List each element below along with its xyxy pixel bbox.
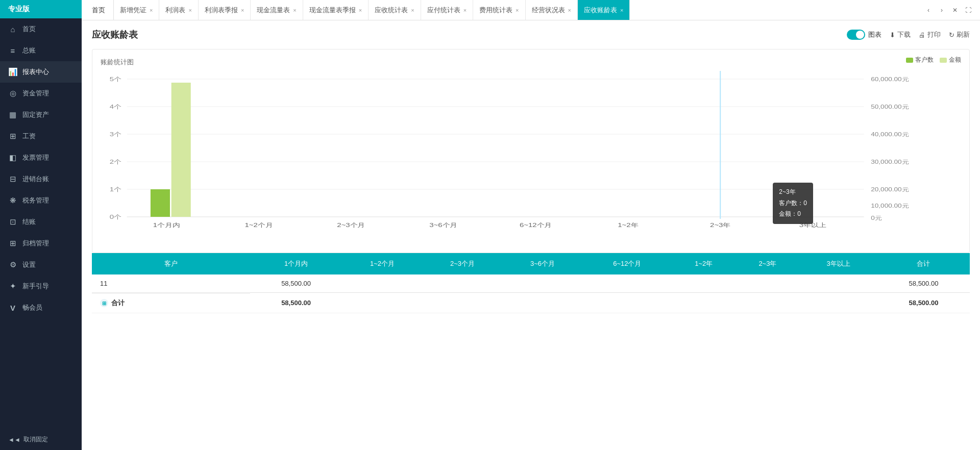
vip-icon: V — [8, 304, 17, 312]
download-btn[interactable]: ⬇ 下载 — [890, 30, 911, 39]
table-body: 11 58,500.00 58,500.00 ⊞ — [92, 274, 970, 313]
tab-ar-stats-close[interactable]: × — [411, 7, 414, 13]
tab-business-status-close[interactable]: × — [568, 7, 571, 13]
sidebar-item-tax[interactable]: ❋ 税务管理 — [0, 190, 82, 211]
tab-ar-aging[interactable]: 应收账龄表 × — [578, 0, 630, 20]
toggle-track[interactable] — [847, 30, 865, 40]
inventory-icon: ⊟ — [8, 174, 17, 184]
sidebar-item-invoice[interactable]: ◧ 发票管理 — [0, 147, 82, 168]
tab-cashflow-label: 现金流量表 — [257, 6, 290, 15]
tab-profit-close[interactable]: × — [188, 7, 191, 13]
tab-next-btn[interactable]: › — [936, 5, 947, 16]
sidebar: 专业版 ⌂ 首页 ≡ 总账 📊 报表中心 ◎ 资金管理 ▦ 固定资产 ⊞ 工资 … — [0, 0, 82, 450]
print-btn[interactable]: 🖨 打印 — [919, 30, 941, 39]
tab-expense-stats-close[interactable]: × — [516, 7, 519, 13]
tab-cashflow[interactable]: 现金流量表 × — [251, 0, 303, 20]
tab-ap-stats-close[interactable]: × — [463, 7, 467, 13]
y-right-10k: 10,000.00元 — [871, 203, 909, 209]
col-m1: 1个月内 — [250, 253, 342, 274]
tab-expense-stats[interactable]: 费用统计表 × — [473, 0, 525, 20]
y-right-50k: 50,000.00元 — [871, 104, 909, 110]
tab-voucher-close[interactable]: × — [150, 7, 153, 13]
pin-icon: ◄◄ — [8, 436, 20, 443]
legend-amount: 金额 — [940, 56, 961, 64]
invoice-icon: ◧ — [8, 153, 17, 162]
tab-ar-aging-close[interactable]: × — [620, 7, 623, 13]
chart-toggle[interactable]: 图表 — [847, 30, 881, 40]
col-m5: 6~12个月 — [583, 253, 672, 274]
sidebar-label-guide: 新手引导 — [22, 282, 49, 291]
tab-cashflow-close[interactable]: × — [293, 7, 296, 13]
table-header: 客户 1个月内 1~2个月 2~3个月 3~6个月 6~12个月 1~2年 2~… — [92, 253, 970, 274]
bar-m1-amount — [172, 83, 191, 217]
page-content: 应收账龄表 图表 ⬇ 下载 🖨 打印 — [82, 20, 980, 450]
total-m3 — [423, 293, 503, 313]
tab-profit[interactable]: 利润表 × — [159, 0, 198, 20]
total-m1: 58,500.00 — [250, 293, 342, 313]
bar-m1-customers — [151, 189, 170, 217]
home-icon: ⌂ — [8, 25, 17, 34]
chart-svg: 5个 4个 3个 2个 1个 0个 60,0 — [101, 71, 961, 234]
sidebar-item-inventory[interactable]: ⊟ 进销台账 — [0, 168, 82, 190]
sidebar-item-home[interactable]: ⌂ 首页 — [0, 18, 82, 40]
refresh-btn[interactable]: ↻ 刷新 — [949, 30, 970, 39]
tab-home-label: 首页 — [92, 6, 105, 15]
legend-color-amount — [940, 58, 947, 63]
tab-expand-btn[interactable]: ⛶ — [963, 5, 974, 16]
tab-ap-stats-label: 应付统计表 — [427, 6, 460, 15]
tab-profit-quarter-label: 利润表季报 — [205, 6, 238, 15]
col-m7: 2~3年 — [736, 253, 799, 274]
tab-ap-stats[interactable]: 应付统计表 × — [421, 0, 473, 20]
main-area: 首页 新增凭证 × 利润表 × 利润表季报 × 现金流量表 × 现金流量表季报 … — [82, 0, 980, 450]
legend-customers: 客户数 — [906, 56, 934, 64]
sidebar-item-settings[interactable]: ⚙ 设置 — [0, 254, 82, 276]
tab-business-status[interactable]: 经营状况表 × — [526, 0, 578, 20]
toggle-thumb — [856, 31, 864, 39]
ledger-icon: ≡ — [8, 46, 17, 55]
sidebar-item-ledger[interactable]: ≡ 总账 — [0, 40, 82, 61]
sidebar-item-guide[interactable]: ✦ 新手引导 — [0, 276, 82, 297]
sidebar-label-home: 首页 — [22, 24, 36, 34]
sidebar-item-archive[interactable]: ⊞ 归档管理 — [0, 233, 82, 254]
y-label-5: 5个 — [110, 76, 121, 83]
tab-cashflow-quarter[interactable]: 现金流量表季报 × — [303, 0, 369, 20]
cell-m2 — [342, 274, 423, 293]
cell-m7 — [736, 274, 799, 293]
sidebar-item-funds[interactable]: ◎ 资金管理 — [0, 83, 82, 104]
tab-nav-buttons: ‹ › ✕ ⛶ — [919, 5, 978, 16]
sidebar-item-assets[interactable]: ▦ 固定资产 — [0, 104, 82, 126]
tab-profit-quarter-close[interactable]: × — [241, 7, 244, 13]
chart-title: 账龄统计图 — [101, 58, 961, 67]
funds-icon: ◎ — [8, 89, 17, 98]
sidebar-item-vip[interactable]: V 畅会员 — [0, 297, 82, 318]
tab-profit-quarter[interactable]: 利润表季报 × — [199, 0, 251, 20]
y-label-0: 0个 — [110, 214, 121, 220]
total-label: 合计 — [111, 298, 125, 308]
sidebar-pin-toggle[interactable]: ◄◄ 取消固定 — [0, 429, 82, 450]
tab-close-all-btn[interactable]: ✕ — [949, 5, 961, 16]
reports-icon: 📊 — [8, 67, 17, 77]
y-label-3: 3个 — [110, 131, 121, 138]
refresh-icon: ↻ — [949, 31, 954, 39]
sidebar-item-reports[interactable]: 📊 报表中心 — [0, 61, 82, 83]
data-table: 客户 1个月内 1~2个月 2~3个月 3~6个月 6~12个月 1~2年 2~… — [92, 253, 970, 313]
sidebar-item-closing[interactable]: ⊡ 结账 — [0, 211, 82, 233]
table-row: 11 58,500.00 58,500.00 — [92, 274, 970, 293]
total-m7 — [736, 293, 799, 313]
cell-total: 58,500.00 — [877, 274, 970, 293]
tab-ar-stats[interactable]: 应收统计表 × — [369, 0, 421, 20]
chart-area: 账龄统计图 客户数 金额 5个 4个 — [92, 49, 970, 253]
tab-prev-btn[interactable]: ‹ — [923, 5, 934, 16]
y-label-4: 4个 — [110, 104, 121, 110]
sidebar-item-salary[interactable]: ⊞ 工资 — [0, 126, 82, 147]
x-label-m7: 2~3年 — [710, 222, 730, 229]
tab-cashflow-quarter-close[interactable]: × — [359, 7, 362, 13]
y-right-30k: 30,000.00元 — [871, 159, 909, 165]
tab-home[interactable]: 首页 — [84, 0, 114, 20]
tab-ar-stats-label: 应收统计表 — [375, 6, 408, 15]
tab-voucher[interactable]: 新增凭证 × — [114, 0, 159, 20]
total-icon: ⊞ — [100, 299, 108, 307]
total-m6 — [672, 293, 736, 313]
chart-legend: 客户数 金额 — [906, 56, 961, 64]
pin-label: 取消固定 — [23, 435, 48, 444]
